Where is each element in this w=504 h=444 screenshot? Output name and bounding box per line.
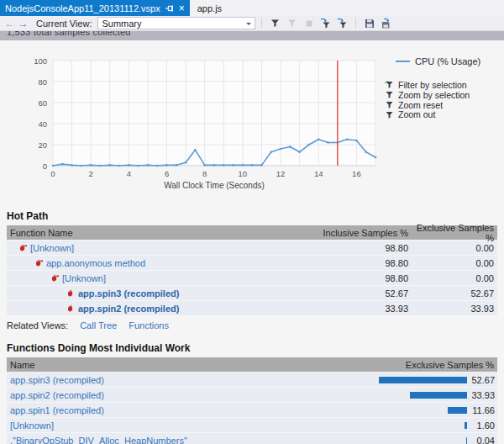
function-name-cell: app.spin3 (recompiled) [7,375,365,385]
table-row[interactable]: app.spin3 (recompiled)52.67 [7,373,497,387]
zoom-funnel-icon [385,90,394,99]
chart-legend: CPU (% Usage) [396,56,502,66]
navigate-forward-button[interactable]: → [18,18,29,29]
inclusive-samples-value: 98.80 [316,273,408,283]
function-link[interactable]: app.spin2 (recompiled) [10,390,104,400]
function-name-cell: app.spin1 (recompiled) [7,405,365,415]
samples-bar-zone [365,377,467,383]
column-inclusive-samples[interactable]: Inclusive Samples % [316,228,408,238]
flame-icon [66,289,75,297]
filter-by-selection-link[interactable]: Filter by selection [385,80,502,90]
samples-bar-zone [365,407,467,414]
svg-text:0: 0 [43,161,47,171]
export-report-button[interactable] [379,17,393,30]
chevron-down-icon [246,23,251,28]
table-row[interactable]: app.spin2 (recompiled)33.93 [7,388,497,402]
exclusive-samples-value: 0.00 [408,243,497,253]
call-tree-link[interactable]: Call Tree [80,320,117,330]
function-name-cell: app.spin2 (recompiled) [7,390,365,400]
exclusive-samples-value: 1.60 [467,420,497,431]
view-selector-dropdown[interactable]: Summary [97,17,255,29]
tab-profiler-report[interactable]: NodejsConsoleApp11_20131112.vspx × [0,0,190,16]
inclusive-samples-value: 98.80 [316,243,408,253]
close-icon[interactable]: × [179,4,185,13]
summary-report: 0204060801000246810121416Wall Clock Time… [0,40,504,444]
samples-collected-text: 1,533 total samples collected [7,31,504,37]
samples-bar [448,407,467,414]
functions-work-table-header: Name Exclusive Samples % [7,357,497,372]
related-views-label: Related Views: [7,320,68,330]
table-row[interactable]: app.spin2 (recompiled)33.9333.93 [7,301,497,315]
table-row[interactable]: app.spin3 (recompiled)52.6752.67 [7,286,497,300]
legend-label: CPU (% Usage) [415,56,480,66]
function-name-cell: [Unknown] [7,273,316,283]
table-row[interactable]: ."BinaryOpStub_DIV_Alloc_HeapNumbers"0.0… [7,433,497,444]
hot-path-table-body: [Unknown]98.800.00app.anonymous method98… [7,240,497,315]
table-row[interactable]: app.anonymous method98.800.00 [7,256,497,270]
save-analysis-button[interactable] [362,17,376,30]
function-link[interactable]: app.spin3 (recompiled) [10,375,104,385]
zoom-funnel-icon [385,100,394,109]
function-link[interactable]: app.anonymous method [46,258,145,268]
svg-text:14: 14 [314,169,323,178]
svg-text:16: 16 [352,169,361,178]
zoom-reset-link[interactable]: Zoom reset [385,100,502,110]
svg-text:60: 60 [38,98,47,108]
samples-bar [379,377,467,383]
exclusive-samples-value: 0.00 [408,273,497,283]
function-name-cell: app.spin2 (recompiled) [7,304,316,314]
svg-text:6: 6 [165,169,169,178]
flame-icon [66,304,75,312]
document-tab-bar: NodejsConsoleApp11_20131112.vspx × app.j… [0,0,504,16]
function-link[interactable]: [Unknown] [62,273,106,283]
zoom-out-link[interactable]: Zoom out [385,109,502,119]
function-link[interactable]: ."BinaryOpStub_DIV_Alloc_HeapNumbers" [10,436,187,444]
svg-text:20: 20 [38,140,47,150]
column-exclusive-samples[interactable]: Exclusive Samples % [408,223,497,243]
table-row[interactable]: [Unknown]98.800.00 [7,271,497,285]
exclusive-samples-value: 33.93 [467,390,497,400]
functions-work-table-body: app.spin3 (recompiled)52.67app.spin2 (re… [7,373,497,444]
chart-actions: Filter by selection Zoom by selection Zo… [385,80,502,119]
table-row[interactable]: app.spin1 (recompiled)11.66 [7,403,497,417]
hot-path-flame-arrow-icon [50,274,59,282]
exclusive-samples-value: 11.66 [467,405,497,415]
function-link[interactable]: app.spin1 (recompiled) [10,405,104,415]
function-name-cell: app.spin3 (recompiled) [7,288,316,299]
svg-text:2: 2 [89,169,93,178]
exclusive-samples-value: 0.00 [408,258,497,268]
column-name[interactable]: Name [7,360,406,370]
samples-collected-banner: 1,533 total samples collected [0,31,504,40]
svg-text:100: 100 [34,56,47,66]
zoom-funnel-icon [385,110,394,119]
view-selector-value: Summary [102,18,141,29]
pin-icon[interactable] [165,4,174,13]
filter-button[interactable] [268,17,282,30]
svg-text:10: 10 [239,169,248,178]
function-link[interactable]: app.spin2 (recompiled) [78,304,179,314]
tab-title: NodejsConsoleApp11_20131112.vspx [5,3,160,13]
function-name-cell: ."BinaryOpStub_DIV_Alloc_HeapNumbers" [7,436,365,444]
table-row[interactable]: [Unknown]1.60 [7,418,497,432]
svg-text:40: 40 [38,119,47,129]
function-link[interactable]: [Unknown] [10,420,54,431]
reapply-filter-alt-button[interactable] [335,17,349,30]
related-views: Related Views: Call Tree Functions [7,320,504,330]
column-exclusive-samples[interactable]: Exclusive Samples % [406,360,497,370]
table-row[interactable]: [Unknown]98.800.00 [7,240,497,255]
function-link[interactable]: app.spin3 (recompiled) [78,288,179,299]
tab-appjs[interactable]: app.js [190,0,229,16]
column-function-name[interactable]: Function Name [7,228,316,238]
reapply-filter-button[interactable] [318,17,333,30]
function-link[interactable]: [Unknown] [30,243,74,253]
functions-work-table: Name Exclusive Samples % app.spin3 (reco… [7,357,497,444]
hot-path-table-header: Function Name Inclusive Samples % Exclus… [7,225,497,240]
functions-link[interactable]: Functions [129,320,169,330]
function-name-cell: [Unknown] [7,243,316,253]
cpu-usage-chart[interactable]: 0204060801000246810121416Wall Clock Time… [24,50,383,195]
zoom-by-selection-link[interactable]: Zoom by selection [385,90,502,100]
navigate-back-button[interactable]: ← [4,18,15,29]
hot-path-title: Hot Path [7,210,504,222]
toolbar-separator [261,18,262,29]
hot-path-flame-arrow-icon [18,244,27,251]
